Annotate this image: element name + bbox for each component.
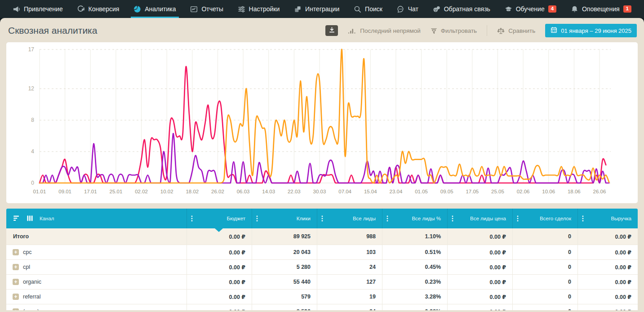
table-row-1[interactable]: +cpc0.00 ₽20 0431030.51%0.00 ₽00.00 ₽ xyxy=(6,245,638,259)
channel-cell: +referral xyxy=(6,290,187,304)
value-cell: 20 043 xyxy=(252,245,317,259)
channel-label: cpc xyxy=(23,249,31,255)
table-row-4[interactable]: +referral0.00 ₽579193.28%0.00 ₽00.00 ₽ xyxy=(6,289,638,304)
expand-plus-icon[interactable]: + xyxy=(13,264,19,270)
kebab-menu-icon[interactable] xyxy=(582,215,584,222)
sort-rows-icon[interactable] xyxy=(13,215,20,222)
value-cell: 8 596 xyxy=(252,304,317,310)
value-cell: 0.00 ₽ xyxy=(187,304,252,310)
kebab-menu-icon[interactable] xyxy=(452,215,453,222)
chart-svg: 01.0109.0117.0125.0102.0210.0218.0226.02… xyxy=(6,42,638,203)
expand-plus-icon[interactable]: + xyxy=(13,279,19,285)
search-icon xyxy=(354,5,361,13)
nav-item-label: Оповещения xyxy=(582,5,620,13)
toolbar-divider xyxy=(487,25,487,36)
series-pink-line xyxy=(40,67,606,183)
x-tick-label: 09.05 xyxy=(440,189,453,194)
value-cell: 127 xyxy=(317,275,382,289)
nav-item-label: Отчеты xyxy=(201,5,223,13)
table-row-5[interactable]: +(none)0.00 ₽8 596240.28%0.00 ₽00.00 ₽ xyxy=(6,304,638,310)
table-header-col-3[interactable]: Все лиды xyxy=(317,209,382,228)
x-tick-label: 30.03 xyxy=(313,189,326,194)
column-label: Все лиды xyxy=(353,216,376,221)
feedback-icon xyxy=(433,5,440,13)
x-tick-label: 18.02 xyxy=(186,189,199,194)
value-cell: 103 xyxy=(317,245,382,259)
attribution-model-button[interactable]: Последний непрямой xyxy=(348,27,421,34)
table-header-row: КаналБюджетКликиВсе лидыВсе лиды %Все ли… xyxy=(6,209,638,228)
nav-item-4[interactable]: Отчеты xyxy=(187,0,226,18)
reports-chart-icon xyxy=(190,5,198,13)
column-label: Клики xyxy=(297,216,311,221)
nav-item-11[interactable]: Оповещения1 xyxy=(568,0,634,18)
expand-plus-icon[interactable]: + xyxy=(13,294,19,300)
value-cell: 5 280 xyxy=(252,260,317,274)
table-body: Итого0.00 ₽89 9259881.10%0.00 ₽00.00 ₽+c… xyxy=(6,228,638,310)
date-range-button[interactable]: 01 января – 29 июня 2025 xyxy=(545,24,637,37)
nav-item-8[interactable]: Чат xyxy=(394,0,421,18)
table-header-channel[interactable]: Канал xyxy=(6,209,187,228)
chat-icon xyxy=(397,5,404,13)
table-header-col-7[interactable]: Выручка xyxy=(577,209,638,228)
nav-item-2[interactable]: Конверсия xyxy=(75,0,122,18)
main-content: Сквозная аналитика Последний непрямой Фи… xyxy=(0,18,644,312)
y-tick-label: 12 xyxy=(28,85,35,92)
kebab-menu-icon[interactable] xyxy=(517,215,519,222)
kebab-menu-icon[interactable] xyxy=(191,215,193,222)
nav-item-3[interactable]: Аналитика xyxy=(131,0,178,18)
series-orange-line xyxy=(40,49,609,183)
column-label: Канал xyxy=(40,216,54,221)
x-tick-label: 26.06 xyxy=(593,189,606,194)
expand-plus-icon[interactable]: + xyxy=(13,249,19,255)
x-tick-label: 17.01 xyxy=(84,189,97,194)
filter-label: Фильтровать xyxy=(441,27,477,34)
x-tick-label: 10.02 xyxy=(160,189,173,194)
x-tick-label: 07.04 xyxy=(338,189,351,194)
value-cell: 0.00 ₽ xyxy=(187,290,252,304)
value-cell: 0 xyxy=(512,275,577,289)
table-header-col-4[interactable]: Все лиды % xyxy=(382,209,447,228)
value-cell: 0.00 ₽ xyxy=(187,275,252,289)
table-header-col-6[interactable]: Всего сделок xyxy=(512,209,577,228)
table-header-col-5[interactable]: Все лиды цена xyxy=(447,209,512,228)
export-button[interactable] xyxy=(325,25,338,36)
channel-cell: +organic xyxy=(6,275,187,289)
kebab-menu-icon[interactable] xyxy=(256,215,258,222)
filter-button[interactable]: Фильтровать xyxy=(431,27,477,34)
channel-label: (none) xyxy=(23,308,39,310)
channel-label: Итого xyxy=(13,233,29,240)
table-header-col-2[interactable]: Клики xyxy=(252,209,317,228)
table-header-col-1[interactable]: Бюджет xyxy=(187,209,252,228)
kebab-menu-icon[interactable] xyxy=(321,215,323,222)
x-tick-label: 02.02 xyxy=(135,189,148,194)
table-total-row[interactable]: Итого0.00 ₽89 9259881.10%0.00 ₽00.00 ₽ xyxy=(6,228,638,245)
traffic-line-chart: 01.0109.0117.0125.0102.0210.0218.0226.02… xyxy=(6,42,638,203)
kebab-menu-icon[interactable] xyxy=(386,215,388,222)
page-title: Сквозная аналитика xyxy=(8,25,97,36)
x-tick-label: 06.03 xyxy=(237,189,250,194)
nav-item-label: Привлечение xyxy=(24,5,63,13)
filter-funnel-icon xyxy=(431,27,437,34)
value-cell: 0.51% xyxy=(382,245,447,259)
value-cell: 0.00 ₽ xyxy=(577,290,638,304)
page-header: Сквозная аналитика Последний непрямой Фи… xyxy=(0,18,644,42)
chart-plot-area: 01.0109.0117.0125.0102.0210.0218.0226.02… xyxy=(6,42,638,203)
table-row-3[interactable]: +organic0.00 ₽55 4401270.23%0.00 ₽00.00 … xyxy=(6,274,638,289)
value-cell: 0.00 ₽ xyxy=(577,260,638,274)
columns-icon[interactable] xyxy=(27,215,33,222)
value-cell: 24 xyxy=(317,260,382,274)
nav-item-10[interactable]: Обучение4 xyxy=(502,0,559,18)
nav-item-5[interactable]: Настройки xyxy=(235,0,283,18)
compare-button[interactable]: Сравнить xyxy=(497,27,535,34)
x-tick-label: 01.05 xyxy=(415,189,428,194)
expand-plus-icon[interactable]: + xyxy=(13,308,19,310)
nav-item-9[interactable]: Обратная связь xyxy=(430,0,493,18)
value-cell: 0.00 ₽ xyxy=(577,304,638,310)
table-row-2[interactable]: +cpl0.00 ₽5 280240.45%0.00 ₽00.00 ₽ xyxy=(6,259,638,274)
nav-item-6[interactable]: Интеграции xyxy=(291,0,342,18)
nav-item-1[interactable]: Привлечение xyxy=(10,0,66,18)
channel-cell: Итого xyxy=(6,228,187,245)
nav-item-7[interactable]: Поиск xyxy=(351,0,385,18)
calendar-icon xyxy=(551,27,557,35)
scales-icon xyxy=(497,27,505,34)
